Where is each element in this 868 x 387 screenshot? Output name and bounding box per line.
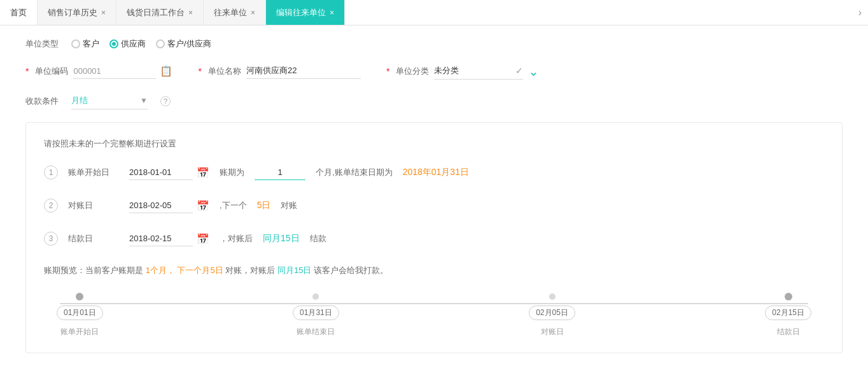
tab-edit-partner-unit-label: 编辑往来单位: [276, 7, 326, 18]
timeline-bubble-2: 01月31日: [293, 306, 339, 320]
timeline-label-1: 账单开始日: [60, 327, 99, 337]
preview-part5: 该客户会给我打款。: [314, 265, 388, 275]
unit-name-label: 单位名称: [208, 66, 241, 77]
payment-terms-value: 月结: [71, 95, 137, 106]
preview-part1: 1个月，: [146, 265, 175, 275]
payment-terms-select[interactable]: 月结 ▼: [71, 92, 148, 109]
section-title: 请按照未来的一个完整帐期进行设置: [44, 138, 824, 150]
step-2-number: 2: [44, 199, 58, 213]
radio-customer[interactable]: 客户: [71, 38, 99, 50]
tab-home[interactable]: 首页: [0, 0, 38, 25]
unit-details-row: * 单位编码 📋 * 单位名称 * 单位分类 未分类 ✓ ⌄: [25, 62, 843, 80]
close-tab-cashflow-workbench-icon[interactable]: ×: [188, 8, 193, 17]
close-tab-edit-partner-unit-icon[interactable]: ×: [330, 8, 334, 17]
step-3-suffix-text: ，对账后: [220, 233, 253, 244]
tab-sales-order-history-label: 销售订单历史: [48, 7, 97, 18]
radio-supplier-label: 供应商: [121, 38, 146, 50]
preview-text-row: 账期预览：当前客户账期是 1个月， 下一个月5日 对账，对账后 同月15日 该客…: [44, 264, 824, 278]
preview-part2: 下一个月5日: [177, 265, 223, 275]
step-2-date-field: 📅: [129, 198, 209, 213]
unit-name-input[interactable]: [246, 64, 361, 79]
unit-class-dropdown-arrow-icon[interactable]: ⌄: [528, 64, 539, 79]
tab-bar: 首页 销售订单历史 × 钱货日清工作台 × 往来单位 × 编辑往来单位 × ›: [0, 0, 868, 25]
timeline-bubble-1: 01月01日: [57, 306, 103, 320]
timeline-bubble-4: 02月15日: [765, 306, 811, 320]
step-1-row: 1 账单开始日 📅 账期为 个月,账单结束日期为 2018年01月31日: [44, 165, 824, 180]
step-3-calendar-icon[interactable]: 📅: [197, 233, 209, 245]
unit-type-label: 单位类型: [25, 38, 59, 50]
tab-partner-units-label: 往来单位: [214, 7, 247, 18]
step-3-number: 3: [44, 232, 58, 246]
step-1-calendar-icon[interactable]: 📅: [197, 167, 209, 179]
unit-class-dropdown[interactable]: 未分类 ✓: [434, 62, 523, 80]
unit-class-chevron-down-icon: ✓: [515, 66, 523, 76]
step-2-calendar-icon[interactable]: 📅: [197, 200, 209, 212]
timeline-point-4: 02月15日 结款日: [765, 293, 811, 337]
step-2-suffix-highlight: 5日: [257, 200, 271, 211]
close-tab-sales-order-history-icon[interactable]: ×: [101, 8, 106, 17]
step-3-date-input[interactable]: [129, 231, 193, 246]
timeline: 01月01日 账单开始日 01月31日 账单结束日 02月05日 对账日: [57, 293, 811, 337]
preview-part4: 同月15日: [277, 265, 311, 275]
timeline-bubble-3: 02月05日: [529, 306, 575, 320]
step-3-suffix-highlight: 同月15日: [263, 233, 300, 244]
billing-period-section: 请按照未来的一个完整帐期进行设置 1 账单开始日 📅 账期为 个月,账单结束日期…: [25, 122, 843, 353]
tab-edit-partner-unit[interactable]: 编辑往来单位 ×: [266, 0, 345, 25]
radio-supplier-circle: [109, 39, 118, 48]
radio-customer-supplier-circle: [156, 39, 165, 48]
payment-terms-help-icon[interactable]: ?: [160, 96, 171, 106]
step-1-date-field: 📅: [129, 165, 209, 180]
timeline-container: 01月01日 账单开始日 01月31日 账单结束日 02月05日 对账日: [44, 293, 824, 337]
radio-customer-label: 客户: [83, 38, 99, 50]
tab-scroll-right-button[interactable]: ›: [852, 0, 868, 25]
timeline-point-3: 02月05日 对账日: [529, 293, 575, 337]
timeline-label-3: 对账日: [541, 327, 564, 337]
timeline-dot-3: [549, 293, 556, 300]
unit-type-row: 单位类型 客户 供应商 客户/供应商: [25, 38, 843, 50]
step-3-label: 结款日: [68, 233, 119, 244]
step-3-row: 3 结款日 📅 ，对账后同月15日结款: [44, 231, 824, 246]
unit-code-field: 📋: [73, 64, 172, 79]
unit-class-value: 未分类: [434, 65, 513, 76]
payment-terms-chevron-down-icon: ▼: [140, 96, 148, 105]
step-2-suffix-text: ,下一个: [220, 200, 247, 211]
step-2-label: 对账日: [68, 200, 119, 211]
close-tab-partner-units-icon[interactable]: ×: [251, 8, 255, 17]
tab-partner-units[interactable]: 往来单位 ×: [204, 0, 266, 25]
step-2-date-input[interactable]: [129, 198, 193, 213]
step-3-date-field: 📅: [129, 231, 209, 246]
step-1-period-input[interactable]: [255, 165, 305, 180]
tab-home-label: 首页: [10, 7, 27, 18]
radio-customer-supplier-label: 客户/供应商: [167, 38, 211, 50]
unit-code-copy-icon[interactable]: 📋: [160, 65, 172, 77]
radio-customer-supplier[interactable]: 客户/供应商: [156, 38, 211, 50]
step-2-row: 2 对账日 📅 ,下一个5日对账: [44, 198, 824, 213]
step-2-suffix-end: 对账: [281, 200, 297, 211]
timeline-dot-4: [785, 293, 792, 300]
radio-customer-circle: [71, 39, 80, 48]
radio-supplier[interactable]: 供应商: [109, 38, 146, 50]
preview-label: 账期预览：当前客户账期是: [44, 265, 143, 275]
step-1-period-unit: 个月,账单结束日期为: [316, 167, 393, 178]
timeline-dot-1: [76, 293, 83, 300]
tab-cashflow-workbench-label: 钱货日清工作台: [127, 7, 185, 18]
step-1-date-input[interactable]: [129, 165, 193, 180]
timeline-dot-2: [312, 293, 319, 300]
step-3-suffix-end: 结款: [310, 233, 326, 244]
timeline-label-4: 结款日: [777, 327, 800, 337]
unit-code-input[interactable]: [73, 64, 156, 79]
payment-terms-row: 收款条件 月结 ▼ ?: [25, 92, 843, 109]
step-1-label: 账单开始日: [68, 167, 119, 178]
step-1-suffix-text: 账期为: [220, 167, 244, 178]
unit-code-label: 单位编码: [35, 66, 68, 77]
tab-cashflow-workbench[interactable]: 钱货日清工作台 ×: [116, 0, 204, 25]
timeline-line: [60, 303, 808, 304]
unit-name-required-star: *: [198, 66, 201, 76]
unit-type-radio-group: 客户 供应商 客户/供应商: [71, 38, 211, 50]
tab-sales-order-history[interactable]: 销售订单历史 ×: [38, 0, 116, 25]
step-1-number: 1: [44, 165, 58, 179]
timeline-label-2: 账单结束日: [297, 327, 335, 337]
unit-code-required-star: *: [25, 66, 29, 76]
step-1-period-end-highlight: 2018年01月31日: [403, 167, 469, 178]
unit-class-label: 单位分类: [396, 66, 429, 77]
